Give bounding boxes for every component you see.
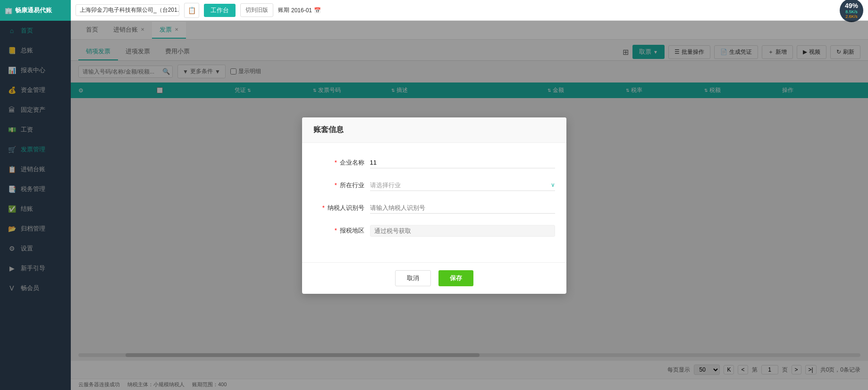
company-name-label: * 企业名称 xyxy=(313,158,370,167)
form-row-tax-id: * 纳税人识别号 xyxy=(313,202,555,214)
company-name: 上海卯金刀电子科技有限公司_（台201... xyxy=(80,6,179,14)
logo-icon: 🏢 xyxy=(5,7,12,14)
speed-indicator: 49% 8.5K/s 2.6K/s xyxy=(840,0,863,22)
speed-percent: 49% xyxy=(845,2,858,9)
required-star: * xyxy=(335,159,337,166)
tax-id-input[interactable] xyxy=(370,202,555,214)
required-star-3: * xyxy=(322,204,325,211)
save-button[interactable]: 保存 xyxy=(438,270,473,286)
required-star-2: * xyxy=(335,182,337,189)
required-star-4: * xyxy=(335,227,337,234)
tax-id-label-text: 纳税人识别号 xyxy=(328,204,364,211)
modal-header: 账套信息 xyxy=(302,117,566,143)
period-info: 账期 2016-01 📅 xyxy=(278,6,321,14)
speed-down: 2.6K/s xyxy=(845,14,858,19)
calendar-icon[interactable]: 📅 xyxy=(314,7,321,14)
modal-footer: 取消 保存 xyxy=(302,262,566,294)
modal-overlay[interactable]: 账套信息 * 企业名称 * 所在行 xyxy=(71,21,868,390)
switch-old-button[interactable]: 切到旧版 xyxy=(240,3,273,17)
company-selector[interactable]: 上海卯金刀电子科技有限公司_（台201... ▼ xyxy=(76,4,179,16)
modal-title: 账套信息 xyxy=(313,125,344,133)
tax-id-label: * 纳税人识别号 xyxy=(313,204,370,212)
form-row-company-name: * 企业名称 xyxy=(313,157,555,168)
workbench-button[interactable]: 工作台 xyxy=(204,4,236,17)
form-row-industry: * 所在行业 请选择行业 ∨ xyxy=(313,180,555,191)
company-name-label-text: 企业名称 xyxy=(340,159,364,166)
industry-select-wrap: 请选择行业 ∨ xyxy=(370,180,555,191)
industry-label-text: 所在行业 xyxy=(340,182,364,189)
top-right-area: 49% 8.5K/s 2.6K/s xyxy=(840,0,863,22)
form-row-tax-region: * 报税地区 xyxy=(313,225,555,237)
copy-icon-btn[interactable]: 📋 xyxy=(184,3,199,18)
main-area: 上海卯金刀电子科技有限公司_（台201... ▼ 📋 工作台 切到旧版 账期 2… xyxy=(71,0,868,390)
tax-region-input xyxy=(370,225,555,237)
tax-region-label-text: 报税地区 xyxy=(340,227,364,234)
period-label: 账期 xyxy=(278,6,289,14)
cancel-button[interactable]: 取消 xyxy=(395,270,431,286)
account-info-modal: 账套信息 * 企业名称 * 所在行 xyxy=(302,117,566,294)
industry-dropdown-arrow: ∨ xyxy=(551,182,555,188)
industry-select[interactable]: 请选择行业 xyxy=(370,180,551,191)
speed-up: 8.5K/s xyxy=(845,9,858,14)
company-name-input[interactable] xyxy=(370,157,555,168)
tax-region-label: * 报税地区 xyxy=(313,226,370,235)
modal-body: * 企业名称 * 所在行业 请选择行业 xyxy=(302,143,566,262)
period-value: 2016-01 xyxy=(291,7,312,14)
top-bar: 上海卯金刀电子科技有限公司_（台201... ▼ 📋 工作台 切到旧版 账期 2… xyxy=(71,0,868,21)
logo-text: 畅康通易代账 xyxy=(15,6,52,15)
industry-label: * 所在行业 xyxy=(313,181,370,190)
copy-icon: 📋 xyxy=(188,7,196,14)
sidebar-logo: 🏢 畅康通易代账 xyxy=(0,0,71,21)
